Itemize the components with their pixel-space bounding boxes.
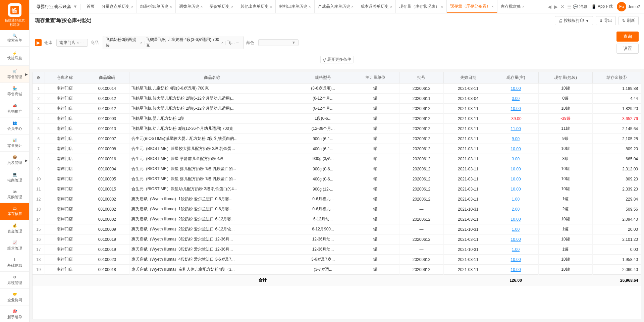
filter-collapse-button[interactable]: ▶: [35, 39, 42, 46]
cell-qty-main[interactable]: 10.00: [493, 104, 539, 114]
refresh-button[interactable]: ↻ 刷新: [619, 16, 639, 25]
close-material-out-icon[interactable]: ×: [309, 5, 311, 9]
close-transfer-history-icon[interactable]: ×: [201, 5, 203, 9]
cell-qty-main[interactable]: 10.00: [493, 164, 539, 174]
tab-home[interactable]: 首页: [83, 0, 98, 13]
new-guide-icon: 🎯: [12, 309, 17, 314]
quick-nav-button[interactable]: ⚡ 快捷导航: [1, 49, 28, 63]
close-cost-adjust-icon[interactable]: ×: [390, 5, 392, 9]
cell-qty-main[interactable]: 10.00: [493, 214, 539, 224]
tab-requisition-history[interactable]: 要货单历史 ×: [206, 0, 237, 13]
cell-qty-main[interactable]: -39.00: [493, 114, 539, 124]
tab-close-current-icon[interactable]: ✕: [559, 4, 566, 9]
product-tag-1-remove-icon[interactable]: ×: [140, 41, 142, 45]
sidebar-item-new-guide[interactable]: 🎯 新手引导: [0, 306, 29, 322]
cell-name: 合生元（BIOSTIME）派星幼儿配方奶粉 3段 乳铁蛋白的4...: [129, 184, 295, 194]
tab-next-arrow[interactable]: ▶: [553, 4, 559, 9]
print-button[interactable]: 🖨 按模板打印 ▼: [555, 16, 593, 25]
cell-amount: 2,312.00: [592, 164, 641, 174]
cell-no: 7: [33, 144, 45, 154]
cell-qty-main[interactable]: 2.00: [493, 204, 539, 214]
close-disassembly-history-icon[interactable]: ×: [170, 5, 172, 9]
cell-qty-main[interactable]: 1.00: [493, 245, 539, 255]
sidebar-item-wholesale-mgmt[interactable]: 📦 批发管理 ▶: [0, 152, 29, 169]
product-tag-2-remove-icon[interactable]: ×: [221, 41, 223, 45]
cell-unit: 罐: [351, 124, 399, 134]
close-requisition-history-icon[interactable]: ×: [231, 5, 233, 9]
sidebar-item-basic-info[interactable]: ℹ 基础信息: [0, 254, 29, 271]
close-other-out-icon[interactable]: ×: [270, 5, 272, 9]
cell-qty-main[interactable]: 11.00: [493, 124, 539, 134]
tab-material-out-history[interactable]: 材料出库单历史 ×: [276, 0, 314, 13]
cell-qty-main[interactable]: 10.00: [493, 265, 539, 275]
cell-qty-main[interactable]: 10.00: [493, 174, 539, 184]
color-filter-group[interactable]: ▼: [258, 39, 299, 46]
tab-portion-history[interactable]: 分量盘点单历史 ×: [98, 0, 137, 13]
tab-batch-ledger[interactable]: 库存批次账 ×: [497, 0, 528, 13]
col-spec: 规格型号: [295, 72, 351, 84]
tab-menu-icon[interactable]: ☰: [566, 4, 573, 9]
tab-other-out-history[interactable]: 其他出库单历史 ×: [237, 0, 276, 13]
sidebar-item-marketing[interactable]: 📣 营销推广: [0, 100, 29, 117]
search-section[interactable]: 🔍 搜索英单: [0, 30, 29, 47]
close-batch-ledger-icon[interactable]: ×: [522, 5, 524, 9]
cell-qty-main[interactable]: 10.00: [493, 184, 539, 194]
cell-qty-main[interactable]: 10.00: [493, 84, 539, 94]
cell-qty-main[interactable]: 9.00: [493, 134, 539, 144]
expand-more-filters-button[interactable]: ⋁ 展开更多条件: [320, 56, 354, 63]
product-more-icon[interactable]: ···: [234, 40, 240, 45]
setting-button[interactable]: 设置: [616, 44, 639, 54]
sidebar-item-retail-shop[interactable]: 🏪 零售商城: [0, 83, 29, 100]
basic-info-icon: ℹ: [14, 258, 15, 262]
cell-qty-main[interactable]: 10.00: [493, 144, 539, 154]
tab-inventory-dist[interactable]: 现存量（库存分布表） ×: [447, 0, 497, 13]
cell-qty-main[interactable]: 1.00: [493, 194, 539, 204]
cell-amount: 2,145.64: [592, 124, 641, 134]
sidebar-item-ecommerce[interactable]: 💻 电商管理: [0, 169, 29, 186]
cell-qty-main[interactable]: 3.00: [493, 154, 539, 164]
tab-prev-arrow[interactable]: ◀: [546, 4, 553, 9]
quick-nav-section[interactable]: ⚡ 快捷导航: [0, 47, 29, 66]
account-dropdown[interactable]: 母婴行业演示账套 ▼: [34, 4, 80, 10]
query-button[interactable]: 查询: [616, 32, 639, 42]
sidebar-item-inventory[interactable]: 🗃 库存核算: [0, 203, 29, 220]
search-button[interactable]: 🔍 搜索英单: [1, 32, 28, 44]
close-product-in-icon[interactable]: ×: [352, 5, 354, 9]
export-button[interactable]: ⬇ 导出: [596, 16, 616, 25]
tab-cost-adjust-history[interactable]: 成本调整单历史 ×: [357, 0, 396, 13]
warehouse-filter-group[interactable]: 南岸门店 × ···: [56, 39, 88, 47]
sidebar-item-purchase[interactable]: 🛍 采购管理: [0, 186, 29, 203]
close-inventory-status-icon[interactable]: ×: [441, 5, 443, 9]
tab-transfer-history[interactable]: 调拨单历史 ×: [176, 0, 206, 13]
product-filter-group[interactable]: 飞鹤奶粉3段两提装 × | 飞鹤星飞帆 儿童奶粉 4段(3-6岁适用) 700克…: [103, 36, 244, 49]
tab-product-in-history[interactable]: 产成品入库单历史 ×: [315, 0, 357, 13]
tab-inventory-status[interactable]: 现存量（库存状况表） ×: [396, 0, 446, 13]
close-portion-history-icon[interactable]: ×: [131, 5, 133, 9]
sidebar-item-retail-mgmt[interactable]: 🛒 零售管理 ▶: [0, 66, 29, 83]
search-label: 搜索英单: [7, 38, 22, 43]
message-button[interactable]: 💬 消息: [573, 4, 587, 9]
cell-batch: 20200612: [399, 84, 443, 94]
cell-warehouse: 南岸门店: [45, 184, 85, 194]
sidebar-item-business[interactable]: 📈 经营管理: [0, 237, 29, 254]
col-settings[interactable]: ⚙: [33, 72, 45, 84]
cell-qty-main[interactable]: 10.00: [493, 255, 539, 265]
cell-qty-main[interactable]: 10.00: [493, 234, 539, 245]
sidebar-item-finance[interactable]: 💰 资金管理: [0, 220, 29, 237]
warehouse-more-icon[interactable]: ···: [79, 40, 85, 45]
user-avatar-button[interactable]: Ea demo2: [617, 2, 640, 11]
cell-batch: —: [399, 224, 443, 234]
close-inventory-dist-icon[interactable]: ×: [492, 4, 494, 8]
app-download-button[interactable]: 📱 App下载: [591, 4, 613, 9]
sidebar-item-member[interactable]: 👥 会员中心: [0, 117, 29, 135]
tab-disassembly-history[interactable]: 组装拆卸单历史 ×: [137, 0, 175, 13]
sidebar-item-system[interactable]: ⚙ 系统管理: [0, 272, 29, 289]
cell-qty-main[interactable]: 1.00: [493, 224, 539, 234]
sidebar-item-retail-stats[interactable]: 📊 零售统计: [0, 135, 29, 152]
cell-qty-main[interactable]: 0.00: [493, 94, 539, 104]
settings-icon: ⚙: [37, 75, 40, 80]
cell-expire: 2021-10-31: [443, 224, 493, 234]
cell-spec: 1段(0-6...: [295, 114, 351, 124]
sidebar-item-enterprise[interactable]: 🤝 企业协同: [0, 289, 29, 306]
cell-code: 00100019: [85, 245, 129, 255]
